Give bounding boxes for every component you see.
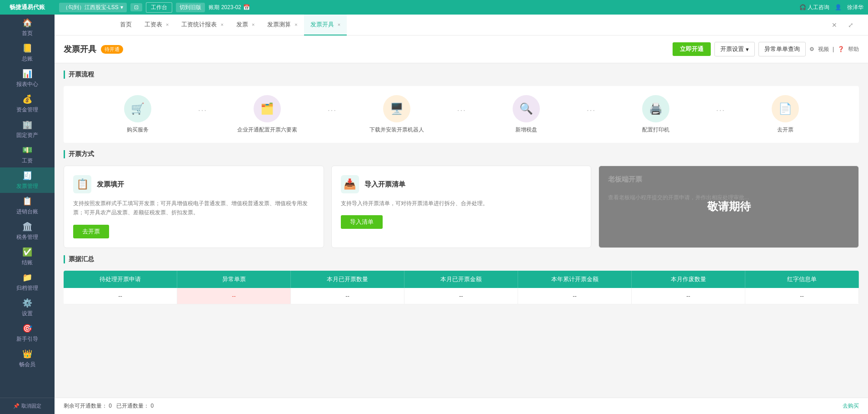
- opened-label: 已开通数量：: [116, 403, 149, 409]
- switch-old-version-button[interactable]: 切到旧版: [176, 3, 205, 12]
- summary-table-header: 待处理开票申请 异常单票 本月已开票数量 本月已开票金额 本年累计开票金额 本月…: [64, 271, 859, 288]
- open-settings-button[interactable]: 开票设置 ▾: [714, 42, 755, 56]
- method-desc: 支持导入待开票清单，可对待开票清单进行拆分、合并处理。: [341, 199, 582, 208]
- cell-monthly-amount: --: [404, 288, 518, 304]
- method-desc: 支持按照发票样式手工填写开发票；可开具增值税电子普通发票、增值税普通发票、增值税…: [73, 199, 314, 217]
- summary-table-row: -- -- -- -- -- -- --: [64, 288, 859, 304]
- copy-button[interactable]: ⊡: [130, 3, 142, 11]
- buy-service-icon: 🛒: [124, 95, 151, 122]
- settings-icon: ⚙️: [22, 298, 32, 308]
- flow-arrow-3: ⋯: [457, 105, 466, 116]
- sidebar-item-label: 总账: [22, 55, 33, 63]
- printer-icon: 🖨️: [642, 95, 669, 122]
- workbench-button[interactable]: 工作台: [146, 2, 172, 13]
- flow-arrow-4: ⋯: [586, 105, 595, 116]
- flow-step-label: 配置打印机: [642, 126, 669, 134]
- sidebar-item-member[interactable]: 👑 畅会员: [0, 346, 55, 371]
- user-avatar: 👤: [835, 4, 842, 10]
- cell-yearly-amount: --: [518, 288, 632, 304]
- sidebar-item-label: 固定资产: [16, 131, 38, 139]
- separator: |: [833, 46, 834, 52]
- immediate-open-button[interactable]: 立即开通: [673, 42, 711, 56]
- method-card-oldboss: 老板端开票 查看老板端小程序提交的开票申请，并作出相应处理审批... 敬请期待: [599, 166, 859, 248]
- download-icon: 🖥️: [383, 95, 410, 122]
- company-name: （勾到）江西股宝-LSS: [63, 4, 119, 11]
- tab-invoice[interactable]: 发票 ×: [230, 15, 261, 35]
- sidebar-item-home[interactable]: 🏠 首页: [0, 15, 55, 40]
- import-list-button[interactable]: 导入清单: [341, 215, 383, 229]
- salary-icon: 💵: [22, 145, 32, 155]
- exception-query-button[interactable]: 异常单单查询: [758, 42, 806, 56]
- coming-soon-overlay: 敬请期待: [599, 166, 858, 247]
- header-monthly-amount: 本月已开票金额: [404, 271, 518, 288]
- flow-step-buy: 🛒 购买服务: [82, 95, 193, 134]
- tab-close-icon[interactable]: ×: [166, 22, 169, 27]
- sidebar-item-archive[interactable]: 📁 归档管理: [0, 269, 55, 295]
- help-label: 帮助: [848, 45, 859, 53]
- tab-invoice-calc[interactable]: 发票测算 ×: [261, 15, 304, 35]
- tab-label: 工资统计报表: [181, 20, 217, 29]
- tab-invoice-issue[interactable]: 发票开具 ×: [304, 15, 347, 35]
- method-card-import: 📥 导入开票清单 支持导入待开票清单，可对待开票清单进行拆分、合并处理。 导入清…: [331, 166, 592, 248]
- tab-label: 发票: [236, 20, 248, 29]
- unfix-sidebar-button[interactable]: 📌 取消固定: [0, 398, 55, 414]
- overlay-text: 敬请期待: [707, 199, 751, 214]
- close-all-tabs-icon[interactable]: ✕: [832, 21, 844, 29]
- company-selector[interactable]: （勾到）江西股宝-LSS ▾: [59, 3, 127, 12]
- sidebar-item-reports[interactable]: 📊 报表中心: [0, 66, 55, 91]
- nav-bar: 首页 工资表 × 工资统计报表 × 发票 × 发票测算 × 发票开具 × ✕ ⤢: [55, 15, 868, 35]
- sidebar-item-salary[interactable]: 💵 工资: [0, 142, 55, 167]
- header-void-count: 本月作废数量: [632, 271, 745, 288]
- home-icon: 🏠: [22, 18, 32, 28]
- sidebar-item-guide[interactable]: 🎯 新手引导: [0, 320, 55, 346]
- page-title: 发票开具: [64, 44, 96, 55]
- period-value: 2023-02: [221, 4, 241, 10]
- tab-close-icon[interactable]: ×: [220, 22, 223, 27]
- sidebar-item-invoice[interactable]: 🧾 发票管理: [0, 167, 55, 193]
- period-display: 账期 2023-02 📅: [209, 4, 250, 11]
- sidebar-item-purchase[interactable]: 📋 进销台账: [0, 193, 55, 218]
- sidebar-item-tax[interactable]: 🏛️ 税务管理: [0, 218, 55, 244]
- flow-section-title: 开票流程: [64, 71, 859, 79]
- restore-icon[interactable]: ⤢: [848, 21, 861, 29]
- sidebar-item-settings[interactable]: ⚙️ 设置: [0, 295, 55, 320]
- flow-step-taxdisk: 🔍 新增税盘: [470, 95, 582, 134]
- support-link[interactable]: 🎧 人工咨询: [799, 4, 829, 11]
- sidebar-item-funds[interactable]: 💰 资金管理: [0, 91, 55, 116]
- tax-icon: 🏛️: [22, 222, 32, 232]
- flow-step-config: 🗂️ 企业开通配置开票六要素: [211, 95, 323, 134]
- config-icon: 🗂️: [254, 95, 281, 122]
- sidebar-item-ledger[interactable]: 📒 总账: [0, 40, 55, 66]
- user-name[interactable]: 徐泽华: [847, 4, 863, 11]
- tab-close-icon[interactable]: ×: [294, 22, 297, 27]
- ledger-icon: 📒: [22, 43, 32, 53]
- issue-icon: 📄: [772, 95, 799, 122]
- flow-arrow-1: ⋯: [198, 105, 207, 116]
- guide-icon: 🎯: [22, 323, 32, 333]
- tab-close-icon[interactable]: ×: [338, 22, 340, 27]
- tab-salary-table[interactable]: 工资表 ×: [138, 15, 175, 35]
- header-pending: 待处理开票申请: [64, 271, 177, 288]
- sidebar-item-assets[interactable]: 🏢 固定资产: [0, 116, 55, 142]
- buy-link[interactable]: 去购买: [843, 402, 859, 410]
- tab-home[interactable]: 首页: [114, 15, 138, 35]
- go-issue-button[interactable]: 去开票: [73, 225, 109, 238]
- sidebar-item-label: 报表中心: [16, 81, 38, 88]
- sidebar-item-close[interactable]: ✅ 结账: [0, 244, 55, 269]
- flow-step-label: 下载并安装开票机器人: [369, 126, 424, 134]
- flow-step-label: 购买服务: [127, 126, 149, 134]
- purchase-icon: 📋: [22, 196, 32, 206]
- page-actions: 立即开通 开票设置 ▾ 异常单单查询 ⚙ 视频 | ❓ 帮助: [673, 42, 859, 56]
- import-list-icon: 📥: [341, 175, 359, 193]
- calendar-icon[interactable]: 📅: [243, 4, 250, 10]
- flow-step-label: 新增税盘: [515, 126, 537, 134]
- chevron-down-icon: ▾: [120, 4, 123, 10]
- taxdisk-icon: 🔍: [513, 95, 540, 122]
- tab-close-icon[interactable]: ×: [252, 22, 254, 27]
- page-title-area: 发票开具 待开通: [64, 44, 123, 55]
- method-title: 发票填开: [97, 180, 124, 189]
- sidebar-item-label: 资金管理: [16, 106, 38, 114]
- settings-label: 开票设置: [720, 45, 744, 53]
- tab-salary-stats[interactable]: 工资统计报表 ×: [175, 15, 229, 35]
- status-badge: 待开通: [101, 45, 123, 54]
